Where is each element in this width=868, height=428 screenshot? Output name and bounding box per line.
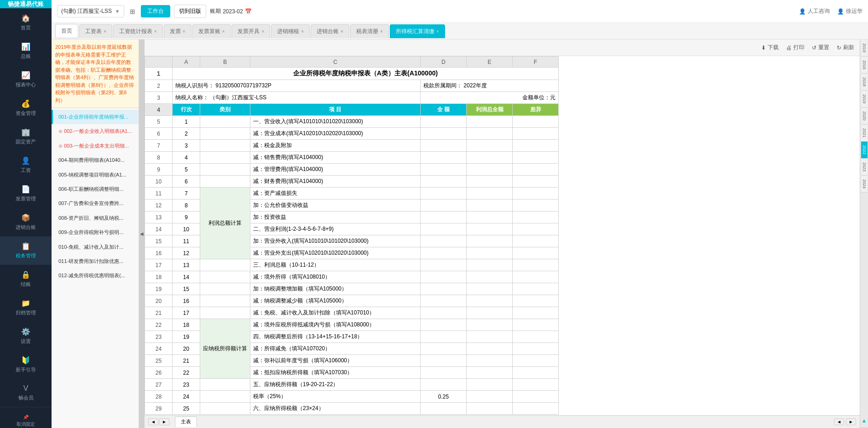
form-item-001[interactable]: 001-企业所得税年度纳税申报...	[52, 110, 139, 124]
assets-icon: 💰	[21, 99, 30, 108]
company-name-cell: 纳税人名称： （勾删）江西服宝-LSS	[173, 92, 421, 104]
calendar-icon[interactable]: 📅	[245, 8, 252, 15]
company-selector[interactable]: (勾删) 江西服宝-LSS ▼	[57, 5, 124, 17]
tab-invoice-calc[interactable]: 发票算账 ×	[192, 24, 231, 38]
scroll-left-button[interactable]: ◄	[834, 418, 844, 425]
tab-import-check[interactable]: 进销稽核 ×	[271, 24, 310, 38]
sidebar-item-tax[interactable]: 📋 税务管理	[0, 236, 52, 265]
title-cell: 企业所得税年度纳税申报表（A类）主表(A100000)	[173, 68, 559, 80]
form-item-002[interactable]: ⊙ 002-一般企业收入明细表(A1...	[52, 124, 139, 138]
reports-icon: 📈	[21, 71, 30, 80]
year-marker-2016[interactable]: 2016	[861, 57, 868, 74]
prev-sheet-button[interactable]: ◄	[148, 418, 158, 425]
year-marker-2024[interactable]: 2024	[861, 176, 868, 193]
year-marker-2021[interactable]: 2021	[861, 125, 868, 142]
tab-tax-calc-close[interactable]: ×	[436, 29, 439, 34]
sidebar-label-home: 首页	[21, 24, 31, 31]
sidebar-item-purchase[interactable]: 📦 进销台账	[0, 208, 52, 236]
top-bar: (勾删) 江西服宝-LSS ▼ ⊞ 工作台 切到旧版 账期 2023-02 📅 …	[52, 0, 868, 23]
table-row: 18 14 减：境外所得（填写A108010）	[145, 271, 559, 283]
tab-invoice-open[interactable]: 发票开具 ×	[231, 24, 270, 38]
fixed-icon: 🏢	[21, 128, 30, 137]
form-item-011[interactable]: 011-研发费用加计扣除优惠...	[52, 254, 139, 268]
sidebar-label-tax: 税务管理	[16, 252, 36, 259]
sidebar: 畅捷通易代账 🏠 首页 📊 总账 📈 报表中心 💰 资金管理 🏢 固定资产 👤 …	[0, 0, 52, 428]
pin-icon: 📌	[23, 415, 29, 420]
tab-tax-clear-close[interactable]: ×	[380, 29, 383, 34]
next-sheet-button[interactable]: ►	[159, 418, 169, 425]
table-row-taxid: 2 纳税人识别号： 91320500703719732P 税款所属期间： 202…	[145, 80, 559, 92]
tab-payroll[interactable]: 工资表 ×	[79, 24, 112, 38]
form-item-005[interactable]: 005-纳税调整项目明细表(A1...	[52, 168, 139, 182]
tab-payroll-stats[interactable]: 工资统计报表 ×	[113, 24, 163, 38]
member-icon: V	[23, 384, 29, 393]
spreadsheet-area: ⬇ 下载 🖨 打印 ↺ 重置 ↻ 刷新	[145, 40, 860, 428]
sidebar-item-archive[interactable]: 📁 归档管理	[0, 293, 52, 322]
form-item-012[interactable]: 012-减免所得税优惠明细表(...	[52, 268, 139, 283]
form-item-008[interactable]: 008-资产折旧、摊销及纳税...	[52, 211, 139, 225]
top-right: 👤 人工咨询 👤 徐运华	[799, 7, 862, 15]
year-marker-2018[interactable]: 2018	[861, 74, 868, 91]
tab-invoice-open-close[interactable]: ×	[261, 29, 264, 34]
tab-home[interactable]: 首页	[55, 24, 78, 38]
col-header-f: F	[513, 57, 559, 68]
tab-payroll-label: 工资表	[85, 28, 102, 35]
form-item-009[interactable]: 009-企业所得税附补亏损明...	[52, 225, 139, 240]
tab-tax-calc[interactable]: 所得税汇算清缴 ×	[390, 24, 445, 38]
reset-button[interactable]: ↺ 重置	[812, 44, 829, 51]
tab-invoice-close[interactable]: ×	[183, 29, 185, 34]
year-marker-2019[interactable]: 2019	[861, 91, 868, 108]
tab-import-ledger-close[interactable]: ×	[341, 29, 343, 34]
sidebar-item-home[interactable]: 🏠 首页	[0, 8, 52, 37]
table-row: 17 13 三、利润总额（10-11-12）	[145, 259, 559, 271]
company-value: （勾删）江西服宝-LSS	[210, 94, 266, 101]
year-marker-2020[interactable]: 2020	[861, 108, 868, 125]
user-profile[interactable]: 👤 徐运华	[837, 7, 862, 15]
tab-invoice[interactable]: 发票 ×	[164, 24, 191, 38]
tab-payroll-close[interactable]: ×	[104, 29, 106, 34]
header-col-d: 全 额	[421, 104, 467, 116]
sidebar-item-close[interactable]: 🔒 结账	[0, 265, 52, 293]
tab-payroll-stats-close[interactable]: ×	[154, 29, 157, 34]
sidebar-label-invoice: 发票管理	[16, 195, 36, 202]
company-name: (勾删) 江西服宝-LSS	[61, 7, 112, 15]
tab-import-check-close[interactable]: ×	[301, 29, 304, 34]
tab-payroll-stats-label: 工资统计报表	[119, 28, 152, 35]
sheet-tab-main[interactable]: 主表	[175, 417, 197, 427]
year-marker-2019-top[interactable]: 2019	[861, 40, 868, 57]
tab-tax-clear[interactable]: 税表清册 ×	[350, 24, 389, 38]
sidebar-item-settings[interactable]: ⚙️ 设置	[0, 322, 52, 350]
workbench-button[interactable]: 工作台	[141, 5, 170, 17]
sidebar-item-invoice[interactable]: 📄 发票管理	[0, 179, 52, 208]
form-item-006[interactable]: 006-职工薪酬纳税调整明细...	[52, 182, 139, 196]
sidebar-label-payroll: 工资	[21, 167, 31, 174]
form-item-010[interactable]: 010-免税、减计收入及加计...	[52, 240, 139, 254]
tab-import-ledger[interactable]: 进销台账 ×	[311, 24, 349, 38]
copy-button[interactable]: ⊞	[128, 6, 137, 17]
form-item-003[interactable]: ⊙ 003-一般企业成本支出明细...	[52, 139, 139, 153]
print-button[interactable]: 🖨 打印	[786, 44, 804, 51]
tab-invoice-calc-close[interactable]: ×	[222, 29, 225, 34]
sidebar-item-guide[interactable]: 🔰 新手引导	[0, 350, 52, 379]
unpin-button[interactable]: 📌 取消固定	[0, 411, 52, 428]
sidebar-item-member[interactable]: V 畅会员	[0, 379, 52, 407]
refresh-button[interactable]: ↻ 刷新	[837, 44, 854, 51]
year-marker-2022[interactable]: 2022	[861, 142, 868, 159]
sidebar-item-payroll[interactable]: 👤 工资	[0, 151, 52, 179]
sidebar-item-reports[interactable]: 📈 报表中心	[0, 65, 52, 94]
consult-button[interactable]: 👤 人工咨询	[799, 7, 830, 15]
table-row-title: 1 企业所得税年度纳税申报表（A类）主表(A100000)	[145, 68, 559, 80]
sidebar-item-assets[interactable]: 💰 资金管理	[0, 94, 52, 122]
download-button[interactable]: ⬇ 下载	[761, 44, 779, 51]
form-item-004[interactable]: 004-期间费用明细表(A1040...	[52, 153, 139, 167]
form-item-007[interactable]: 007-广告费和业务宣传费跨...	[52, 196, 139, 211]
switch-old-button[interactable]: 切到旧版	[174, 5, 206, 18]
refresh-icon: ↻	[837, 45, 841, 51]
scroll-right-button[interactable]: ►	[846, 418, 856, 425]
year-marker-2023[interactable]: 2023	[861, 159, 868, 176]
spreadsheet-container[interactable]: A B C D E F 1 企业所	[145, 56, 860, 415]
collapse-panel-button[interactable]: ◀	[139, 40, 145, 428]
sidebar-item-general[interactable]: 📊 总账	[0, 37, 52, 65]
sidebar-item-fixed[interactable]: 🏢 固定资产	[0, 122, 52, 151]
expand-icon[interactable]: ▲	[860, 414, 868, 428]
